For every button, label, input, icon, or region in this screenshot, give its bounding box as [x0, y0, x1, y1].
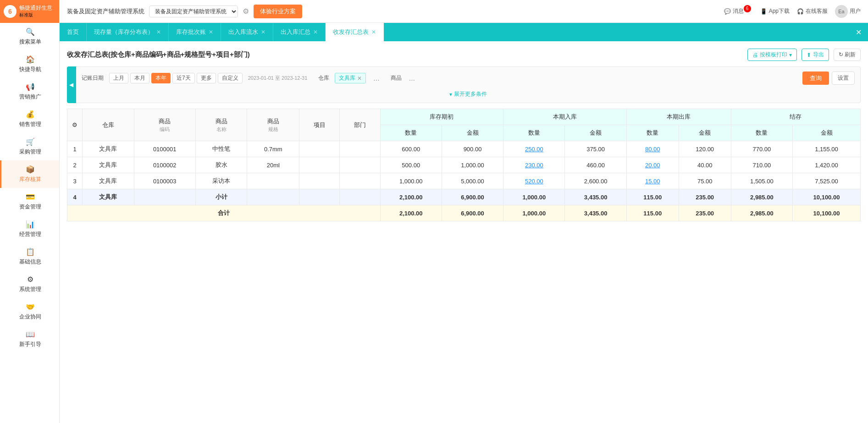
settings-icon[interactable]: ⚙: [243, 7, 249, 16]
warehouse-tag-close-btn[interactable]: ✕: [357, 75, 362, 82]
row-goods-name: 胶水: [195, 157, 247, 173]
row-opening-amt: 5,000.00: [442, 173, 503, 189]
chevron-down-icon: ▾: [449, 91, 452, 98]
row-out-qty[interactable]: 115.00: [626, 189, 679, 205]
row-out-qty[interactable]: 20.00: [626, 157, 679, 173]
date-btn-7days[interactable]: 近7天: [172, 73, 195, 83]
sidebar-item-label-marketing: 营销推广: [19, 93, 41, 101]
tab-close-btn-3[interactable]: ✕: [261, 29, 265, 35]
message-item[interactable]: 💬 消息 6: [724, 7, 753, 15]
sidebar-item-finance[interactable]: 💳 资金管理: [0, 188, 59, 215]
opening-qty-header: 数量: [380, 125, 442, 141]
table-settings-icon[interactable]: ⚙: [72, 121, 77, 128]
row-project: [299, 189, 340, 205]
warehouse-more-btn[interactable]: ...: [373, 74, 379, 82]
warehouse-tag: 文具库 ✕: [335, 73, 366, 83]
sidebar-item-marketing[interactable]: 📢 营销推广: [0, 78, 59, 105]
user-item[interactable]: Ea 用户: [835, 5, 861, 18]
date-btn-this-month[interactable]: 本月: [130, 73, 149, 83]
sidebar-item-search[interactable]: 🔍 搜索菜单: [0, 23, 59, 50]
row-out-amt: 120.00: [679, 141, 731, 157]
printer-icon: 🖨: [752, 52, 758, 58]
row-in-qty[interactable]: 1,000.00: [503, 189, 565, 205]
project-col-header: 项目: [299, 109, 340, 141]
row-in-qty[interactable]: 230.00: [503, 157, 565, 173]
message-icon: 💬: [724, 8, 731, 15]
sidebar-item-system[interactable]: ⚙ 系统管理: [0, 270, 59, 298]
tab-4[interactable]: 出入库汇总✕: [273, 23, 326, 41]
row-out-amt: 75.00: [679, 173, 731, 189]
app-download-item[interactable]: 📱 App下载: [760, 7, 790, 15]
sidebar-item-operations[interactable]: 📊 经营管理: [0, 215, 59, 243]
row-project: [299, 141, 340, 157]
filter-settings-btn[interactable]: 设置: [832, 71, 855, 85]
row-out-qty[interactable]: 15.00: [626, 173, 679, 189]
footer-in-amt: 3,435.00: [565, 205, 626, 221]
row-balance-qty: 2,985.00: [731, 189, 792, 205]
row-balance-qty: 1,505.00: [731, 173, 792, 189]
system-selector[interactable]: 装备及固定资产辅助管理系统: [149, 5, 238, 17]
close-all-tabs-btn[interactable]: ✕: [849, 28, 868, 37]
date-btn-custom[interactable]: 自定义: [218, 73, 243, 83]
tab-0[interactable]: 首页: [60, 23, 87, 41]
table-footer: 合计 2,100.00 6,900.00 1,000.00 3,435.00 1…: [67, 205, 861, 221]
goods-more-btn[interactable]: ...: [409, 74, 415, 82]
row-in-qty[interactable]: 520.00: [503, 173, 565, 189]
tab-close-btn-4[interactable]: ✕: [313, 29, 318, 35]
sidebar-item-sales[interactable]: 💰 销售管理: [0, 105, 59, 133]
print-btn[interactable]: 🖨 按模板打印 ▾: [747, 49, 797, 61]
out-group-header: 本期出库: [626, 109, 731, 125]
data-table: ⚙ 仓库 商品编码 商品名称 商品规格 项目 部门 库存期初 本期入库 本期出库…: [67, 109, 861, 221]
row-project: [299, 173, 340, 189]
expand-filter-btn[interactable]: ▾ 展开更多条件: [449, 90, 487, 98]
tabs-bar: 首页现存量（库存分布表）✕库存批次账✕出入库流水✕出入库汇总✕收发存汇总表✕ ✕: [60, 23, 868, 41]
user-avatar: Ea: [835, 5, 848, 18]
query-btn[interactable]: 查询: [802, 71, 829, 85]
filter-collapse-btn[interactable]: ◀: [67, 66, 76, 103]
row-no: 3: [67, 173, 83, 189]
date-btn-this-year[interactable]: 本年: [151, 73, 171, 83]
online-service-item[interactable]: 🎧 在线客服: [797, 7, 828, 15]
sidebar-item-label-finance: 资金管理: [19, 203, 41, 211]
row-warehouse: 文具库: [83, 141, 134, 157]
row-goods-code: 0100002: [134, 157, 195, 173]
sidebar-item-purchase[interactable]: 🛒 采购管理: [0, 133, 59, 160]
row-goods-name: 小计: [195, 189, 247, 205]
row-in-amt: 460.00: [565, 157, 626, 173]
row-balance-qty: 770.00: [731, 141, 792, 157]
tab-label-2: 库存批次账: [176, 28, 206, 36]
tab-label-5: 收发存汇总表: [333, 28, 369, 36]
row-goods-spec: 0.7mm: [247, 141, 299, 157]
tab-close-btn-5[interactable]: ✕: [371, 29, 376, 35]
sidebar-item-guide[interactable]: 📖 新手引导: [0, 325, 59, 353]
row-balance-amt: 7,525.00: [793, 173, 861, 189]
page-actions: 🖨 按模板打印 ▾ ⬆ 导出 ↻ 刷新: [747, 49, 861, 61]
tab-5[interactable]: 收发存汇总表✕: [326, 23, 384, 41]
goods-name-col-header: 商品名称: [195, 109, 247, 141]
refresh-btn[interactable]: ↻ 刷新: [834, 49, 861, 61]
settings-col-header[interactable]: ⚙: [67, 109, 83, 141]
sidebar-item-label-guide: 新手引导: [19, 341, 41, 348]
tab-close-btn-1[interactable]: ✕: [156, 29, 161, 35]
tab-2[interactable]: 库存批次账✕: [169, 23, 221, 41]
row-goods-spec: [247, 189, 299, 205]
sidebar-item-label-quicknav: 快捷导航: [19, 66, 41, 73]
tab-3[interactable]: 出入库流水✕: [221, 23, 273, 41]
out-amt-header: 金额: [679, 125, 731, 141]
experience-btn[interactable]: 体验行业方案: [254, 5, 302, 18]
sidebar-item-inventory[interactable]: 📦 库存核算: [0, 160, 59, 188]
table-row: 4文具库小计2,100.006,900.001,000.003,435.0011…: [67, 189, 861, 205]
tab-1[interactable]: 现存量（库存分布表）✕: [87, 23, 169, 41]
goods-spec-col-header: 商品规格: [247, 109, 299, 141]
sidebar-item-quicknav[interactable]: 🏠 快捷导航: [0, 50, 59, 78]
row-out-qty[interactable]: 80.00: [626, 141, 679, 157]
export-btn[interactable]: ⬆ 导出: [802, 49, 829, 61]
date-btn-more[interactable]: 更多: [197, 73, 216, 83]
row-in-qty[interactable]: 250.00: [503, 141, 565, 157]
sidebar-item-collab[interactable]: 🤝 企业协同: [0, 298, 59, 325]
tab-close-btn-2[interactable]: ✕: [209, 29, 213, 35]
sidebar-item-label-operations: 经营管理: [19, 231, 41, 238]
sidebar-item-basic[interactable]: 📋 基础信息: [0, 243, 59, 270]
date-btn-prev-month[interactable]: 上月: [109, 73, 128, 83]
sidebar-item-label-inventory: 库存核算: [19, 176, 41, 183]
